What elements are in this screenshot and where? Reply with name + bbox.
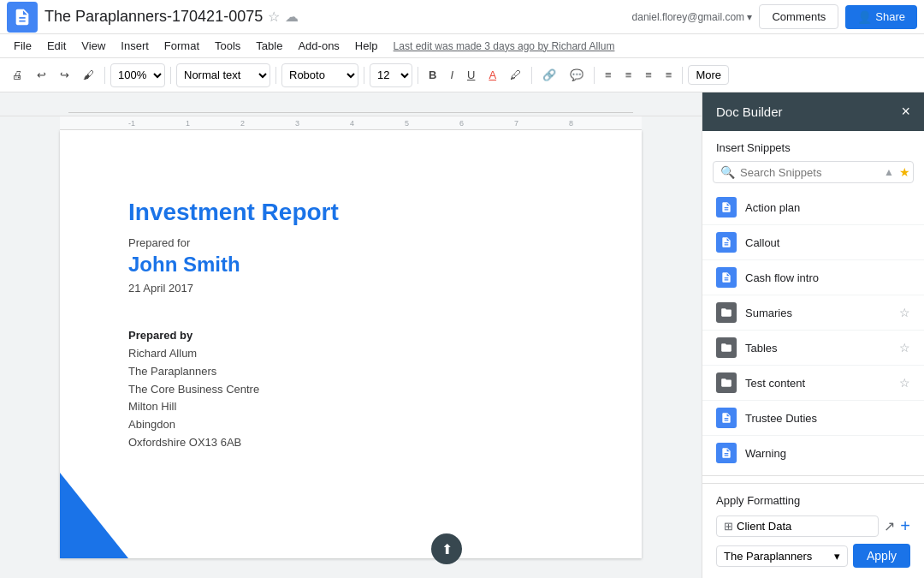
menu-format[interactable]: Format [157,38,206,54]
snippet-label: Trustee Duties [745,412,910,425]
apply-formatting-section: Apply Formatting ⊞ Client Data ↗ + The P… [702,483,924,578]
snippet-star-icon[interactable]: ☆ [899,376,910,390]
divider-6 [531,67,532,84]
ruler: 4 [350,119,354,128]
divider-8 [682,67,683,84]
snippet-folder-icon [716,302,737,323]
author-name: Richard Allum [128,345,573,363]
print-button[interactable]: 🖨 [7,66,28,84]
menu-tools[interactable]: Tools [208,38,247,54]
prepared-for-label: Prepared for [128,236,573,249]
document-area: -1 1 2 3 4 5 6 7 8 Investment Report Pre… [0,92,702,578]
client-data-row: ⊞ Client Data ↗ + [716,515,910,537]
font-select[interactable]: Roboto [281,63,358,87]
address-line-2: Milton Hill [128,398,573,416]
align-right-button[interactable]: ≡ [640,66,657,84]
snippet-label: Tables [745,342,899,355]
apply-button[interactable]: Apply [853,544,910,568]
add-icon[interactable]: + [900,516,910,536]
snippet-label: Sumaries [745,307,899,319]
favorite-star-icon[interactable]: ☆ [268,9,280,25]
share-label: Share [875,10,905,23]
external-link-icon[interactable]: ↗ [884,518,895,534]
snippet-folder-icon [716,337,737,358]
snippet-item-cash-flow[interactable]: Cash flow intro [702,260,924,295]
ruler: 3 [295,119,299,128]
dropdown-chevron-icon: ▾ [834,550,840,563]
snippet-item-test-content[interactable]: Test content ☆ [702,366,924,401]
ruler: 1 [186,119,190,128]
align-left-button[interactable]: ≡ [600,66,617,84]
upload-button[interactable]: ⬆ [431,533,462,564]
menu-addons[interactable]: Add-ons [291,38,346,54]
divider-3 [275,67,276,84]
undo-button[interactable]: ↩ [32,66,51,84]
paragraph-style-select[interactable]: Normal text [176,63,270,87]
share-button[interactable]: 👤 Share [845,5,917,29]
blue-corner-decoration [60,473,128,558]
sidebar-title: Doc Builder [716,104,783,119]
snippet-doc-icon [716,408,737,428]
redo-button[interactable]: ↪ [55,66,74,84]
menu-view[interactable]: View [74,38,112,54]
comments-button[interactable]: Comments [759,4,838,29]
template-dropdown[interactable]: The Paraplanners ▾ [716,545,848,567]
snippet-item-callout[interactable]: Callout [702,225,924,260]
main-content: -1 1 2 3 4 5 6 7 8 Investment Report Pre… [0,92,924,578]
more-button[interactable]: More [688,65,729,85]
doc-filename: The Paraplanners-170421-0075 [44,8,263,26]
search-snippets-box: 🔍 ▲ ★ [713,161,914,183]
snippet-folder-icon [716,372,737,393]
address-line-4: Oxfordshire OX13 6AB [128,434,573,452]
italic-button[interactable]: I [445,66,459,84]
search-extra-icons: ▲ ★ [884,165,910,179]
snippet-item-action-plan[interactable]: Action plan [702,190,924,225]
cloud-sync-icon: ☁ [285,9,299,25]
upload-icon: ⬆ [441,541,453,557]
text-color-button[interactable]: A [483,66,501,84]
document-page[interactable]: Investment Report Prepared for John Smit… [60,130,642,558]
starred-filter-icon[interactable]: ★ [899,165,910,179]
sidebar-header: Doc Builder × [702,92,924,131]
menu-table[interactable]: Table [249,38,289,54]
snippet-doc-icon [716,232,737,253]
divider-7 [594,67,595,84]
snippet-item-sumaries[interactable]: Sumaries ☆ [702,295,924,331]
snippet-doc-icon [716,443,737,463]
menu-insert[interactable]: Insert [114,38,156,54]
snippet-label: Action plan [745,201,910,214]
snippet-star-icon[interactable]: ☆ [899,341,910,355]
address-line-3: Abingdon [128,416,573,434]
snippet-item-tables[interactable]: Tables ☆ [702,331,924,366]
doc-title-area: The Paraplanners-170421-0075 ☆ ☁ [44,8,632,26]
bold-button[interactable]: B [424,66,441,84]
client-data-select[interactable]: ⊞ Client Data [716,515,879,537]
align-justify-button[interactable]: ≡ [660,66,678,84]
sidebar-close-button[interactable]: × [901,103,910,121]
snippet-star-icon[interactable]: ☆ [899,306,910,319]
document-title: Investment Report [128,199,573,226]
menu-file[interactable]: File [7,38,38,54]
comment-button[interactable]: 💬 [565,66,589,84]
zoom-select[interactable]: 100% [110,63,165,87]
search-snippets-input[interactable] [740,166,884,179]
link-button[interactable]: 🔗 [537,66,561,84]
align-center-button[interactable]: ≡ [620,66,637,84]
drive-icon[interactable]: ▲ [884,166,894,178]
paint-format-button[interactable]: 🖌 [78,66,99,84]
sidebar: Doc Builder × Insert Snippets 🔍 ▲ ★ Acti… [702,92,924,578]
top-right-actions: daniel.florey@gmail.com ▾ Comments 👤 Sha… [632,4,917,29]
snippet-label: Test content [745,377,899,390]
highlight-button[interactable]: 🖊 [505,66,526,84]
snippet-item-trustee-duties[interactable]: Trustee Duties [702,401,924,436]
template-name: The Paraplanners [724,550,812,563]
snippet-item-warning[interactable]: Warning [702,436,924,468]
font-size-select[interactable]: 12 [370,63,412,87]
underline-button[interactable]: U [462,66,480,84]
menu-edit[interactable]: Edit [40,38,73,54]
ruler: 7 [514,119,518,128]
search-magnifier-icon: 🔍 [720,165,735,179]
grid-icon: ⊞ [724,520,733,533]
menu-help[interactable]: Help [348,38,385,54]
user-email[interactable]: daniel.florey@gmail.com ▾ [632,11,753,23]
